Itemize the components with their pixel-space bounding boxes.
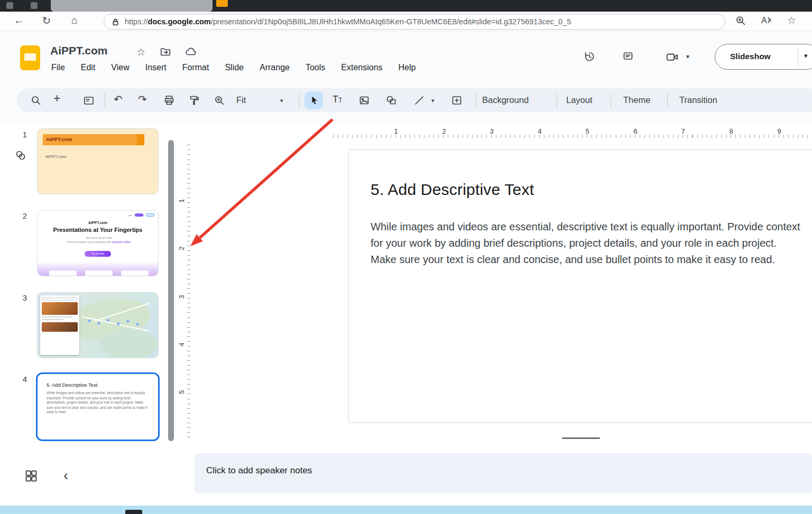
menu-tools[interactable]: Tools	[306, 63, 325, 72]
speaker-notes-placeholder: Click to add speaker notes	[206, 465, 312, 476]
favorites-star-icon[interactable]: ☆	[787, 14, 796, 26]
line-caret-icon[interactable]: ▾	[431, 97, 435, 104]
menu-extensions[interactable]: Extensions	[341, 63, 382, 72]
background-button[interactable]: Background	[482, 95, 529, 105]
map-marker	[97, 322, 100, 325]
thumb2-card	[49, 270, 77, 276]
thumb4-body: While images and videos are essential, d…	[47, 391, 150, 415]
slides-logo-icon[interactable]	[20, 45, 40, 70]
camera-caret-icon[interactable]: ▾	[686, 53, 689, 60]
undo-icon[interactable]: ↶	[114, 93, 123, 106]
grid-view-icon[interactable]	[24, 469, 38, 483]
slide-thumbnail-2[interactable]: AiPPT.com Presentations at Your Fingerti…	[37, 210, 159, 276]
slide-thumbnail-1[interactable]: AiPPT.com AiPPT.com	[37, 128, 159, 194]
thumb2-sub2: Time to express your creativity with bea…	[38, 240, 159, 245]
version-history-icon[interactable]	[584, 51, 595, 62]
slide-thumbnail-3[interactable]	[37, 292, 159, 358]
slide-thumbnail-4-selected[interactable]: 5. Add Descriptive Text While images and…	[36, 372, 160, 441]
comments-icon[interactable]	[622, 51, 634, 62]
move-folder-icon[interactable]	[160, 46, 171, 58]
menu-insert[interactable]: Insert	[145, 63, 167, 72]
menu-arrange[interactable]: Arrange	[260, 63, 290, 72]
taskbar-strip	[0, 506, 812, 514]
slide-title-textbox[interactable]: 5. Add Descriptive Text	[371, 181, 534, 199]
ruler-number: 9	[777, 127, 781, 135]
thumb2-cta-button: Try for free	[85, 251, 111, 257]
slide-canvas[interactable]: 5. Add Descriptive Text While images and…	[348, 149, 812, 423]
thumb2-card	[85, 270, 113, 276]
zoom-select[interactable]: Fit	[236, 95, 246, 105]
taskbar-item	[125, 510, 142, 514]
cloud-status-icon[interactable]	[185, 46, 197, 58]
menu-format[interactable]: Format	[182, 63, 209, 72]
menu-slide[interactable]: Slide	[225, 63, 244, 72]
thumb2-sub1: Just give me an idea	[38, 236, 159, 240]
browser-navbar: ← ↻ ⌂ https://docs.google.com/presentati…	[0, 12, 812, 31]
menu-edit[interactable]: Edit	[81, 63, 96, 72]
slide-panel-icon[interactable]	[83, 95, 95, 106]
zoom-page-icon[interactable]	[735, 15, 746, 26]
ruler-ticks	[333, 135, 812, 138]
thumb2-heading: Presentations at Your Fingertips	[38, 227, 158, 233]
menu-file[interactable]: File	[51, 63, 65, 72]
insert-placeholder-icon[interactable]	[451, 95, 463, 106]
collapse-filmstrip-icon[interactable]: ‹	[63, 467, 68, 484]
select-tool-button[interactable]	[304, 91, 323, 109]
thumb2-badge-purple	[135, 213, 143, 217]
ruler-number: 8	[729, 127, 733, 135]
redo-icon[interactable]: ↷	[138, 93, 147, 106]
paint-format-icon[interactable]	[188, 95, 200, 106]
slide-body-textbox[interactable]: While images and videos are essential, d…	[371, 219, 803, 268]
toolbar-divider	[476, 94, 476, 107]
window-icon	[31, 2, 38, 9]
print-icon[interactable]	[163, 95, 175, 106]
back-icon[interactable]: ←	[12, 14, 26, 26]
map-text-line	[42, 319, 63, 320]
window-icon	[6, 2, 13, 9]
insert-line-icon[interactable]	[413, 95, 425, 106]
map-search-bar	[42, 297, 78, 301]
insert-image-icon[interactable]	[358, 95, 370, 106]
slideshow-caret-icon[interactable]: ▾	[804, 52, 808, 60]
slide-number-3: 3	[19, 293, 31, 302]
url-domain: docs.google.com	[148, 17, 211, 26]
thumb4-title: 5. Add Descriptive Text	[47, 382, 97, 388]
map-photo	[42, 322, 78, 332]
slideshow-button[interactable]: Slideshow ▾	[715, 44, 812, 70]
filmstrip-scrollbar[interactable]	[168, 140, 174, 441]
read-aloud-icon[interactable]: A	[761, 16, 772, 25]
ruler-number: 7	[681, 127, 685, 135]
document-title[interactable]: AiPPT.com	[50, 44, 108, 57]
menu-help[interactable]: Help	[399, 63, 416, 72]
home-icon[interactable]: ⌂	[67, 14, 82, 26]
map-marker	[107, 319, 110, 322]
screen: ← ↻ ⌂ https://docs.google.com/presentati…	[0, 0, 812, 514]
notes-resize-handle[interactable]	[562, 437, 600, 439]
toolbar-divider	[667, 94, 668, 107]
zoom-icon[interactable]	[214, 95, 225, 106]
ruler-number: 1	[177, 195, 187, 206]
speaker-notes[interactable]: Click to add speaker notes	[195, 453, 812, 493]
star-document-icon[interactable]: ☆	[136, 46, 145, 58]
ruler-number: 4	[177, 339, 187, 350]
lock-icon	[112, 18, 119, 26]
text-box-icon[interactable]: TT	[333, 94, 342, 105]
insert-shape-icon[interactable]	[385, 95, 397, 106]
transition-button[interactable]: Transition	[679, 95, 717, 105]
address-bar[interactable]: https://docs.google.com/presentation/d/1…	[104, 14, 725, 30]
theme-button[interactable]: Theme	[623, 95, 650, 105]
search-menus-icon[interactable]	[30, 95, 42, 106]
active-tab-favicon	[216, 0, 228, 7]
url-text: https://docs.google.com/presentation/d/1…	[125, 17, 571, 26]
browser-tab-inactive[interactable]	[51, 0, 213, 12]
horizontal-ruler: 1 2 3 4 5 6 7 8 9	[333, 127, 812, 139]
layout-button[interactable]: Layout	[566, 95, 593, 105]
map-photo	[42, 302, 78, 315]
zoom-caret-icon[interactable]: ▾	[280, 97, 283, 104]
url-path: /presentation/d/1Np0oj5B8ILJ8UlHh1hkwtMM…	[211, 17, 571, 26]
refresh-icon[interactable]: ↻	[39, 14, 54, 27]
menu-view[interactable]: View	[111, 63, 129, 72]
new-slide-plus-icon[interactable]: +	[53, 91, 60, 106]
ruler-number: 4	[538, 127, 541, 135]
meet-camera-icon[interactable]	[666, 51, 679, 62]
